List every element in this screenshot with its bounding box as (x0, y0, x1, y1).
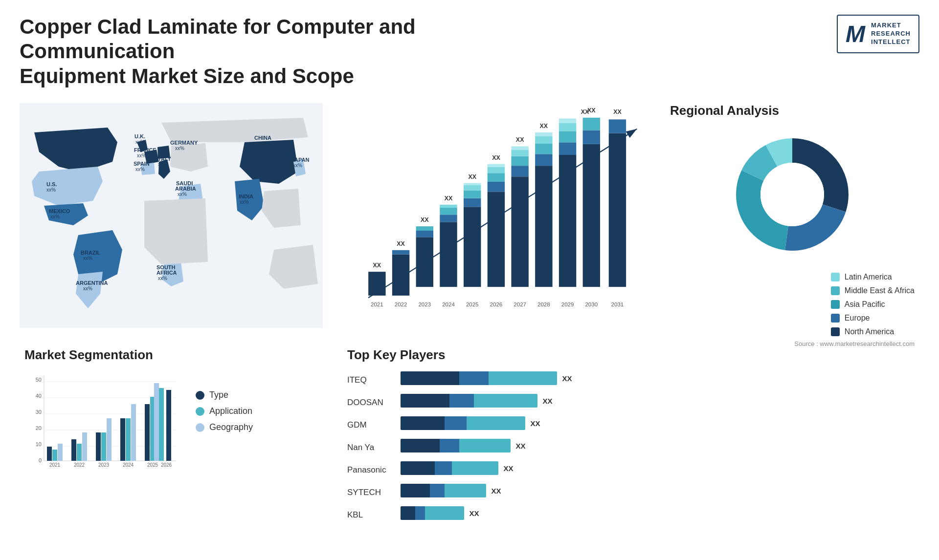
svg-rect-88 (107, 418, 112, 461)
gdm-seg1 (401, 416, 445, 430)
north-america-rect (831, 327, 840, 336)
bar-chart-section: XX 2021 XX 2022 XX (333, 98, 655, 333)
svg-rect-87 (101, 432, 106, 461)
svg-rect-50 (559, 142, 576, 155)
svg-rect-21 (464, 207, 481, 287)
svg-rect-44 (535, 144, 552, 154)
logo-letter: M (846, 21, 865, 47)
bar-chart-container: XX 2021 XX 2022 XX (342, 103, 646, 328)
panasonic-seg1 (401, 461, 435, 475)
svg-rect-62 (609, 120, 626, 133)
svg-rect-86 (96, 432, 101, 461)
svg-rect-31 (488, 167, 505, 173)
germany-val: xx% (175, 146, 184, 151)
gdm-seg3 (467, 416, 525, 430)
saudi-val: xx% (178, 192, 187, 197)
svg-point-107 (760, 163, 824, 226)
seg-chart: 0 10 20 30 40 50 (24, 370, 181, 478)
india-label: INDIA (239, 194, 253, 199)
bar-chart-svg: XX 2021 XX 2022 XX (342, 103, 646, 328)
iteq-seg3 (489, 371, 557, 385)
svg-text:40: 40 (36, 393, 42, 399)
kbl-seg1 (401, 506, 415, 520)
japan-val: xx% (293, 163, 302, 168)
bar-panasonic: XX (401, 460, 641, 476)
svg-text:XX: XX (468, 173, 476, 180)
main-grid: CANADA xx% U.S. xx% MEXICO xx% BRAZIL xx… (20, 98, 919, 528)
svg-rect-15 (440, 222, 457, 287)
svg-rect-52 (559, 123, 576, 131)
india-val: xx% (240, 199, 249, 205)
svg-rect-30 (488, 173, 505, 182)
saudi-label2: ARABIA (175, 186, 196, 192)
mexico-val: xx% (50, 214, 60, 219)
bar-nanya: XX (401, 438, 641, 453)
svg-text:2023: 2023 (98, 462, 110, 468)
donut-container (724, 126, 861, 263)
doosan-seg3 (474, 394, 537, 408)
mexico-label: MEXICO (49, 208, 70, 214)
svg-rect-38 (511, 150, 528, 156)
svg-rect-11 (416, 231, 433, 237)
svg-rect-99 (159, 388, 164, 461)
svg-text:2024: 2024 (123, 462, 134, 468)
bar-sytech: XX (401, 483, 641, 498)
svg-rect-92 (131, 404, 136, 461)
logo-block: M MARKET RESEARCH INTELLECT (837, 15, 919, 53)
players-names: ITEQ DOOSAN GDM Nan Ya Panasonic SYTECH … (347, 370, 386, 523)
spain-val: xx% (135, 167, 145, 172)
svg-text:2027: 2027 (514, 302, 526, 307)
svg-rect-46 (535, 132, 552, 136)
svg-rect-80 (58, 444, 63, 461)
svg-rect-18 (440, 205, 457, 208)
svg-rect-61 (609, 133, 626, 287)
panasonic-seg3 (452, 461, 498, 475)
svg-text:2023: 2023 (418, 302, 431, 307)
player-iteq: ITEQ (347, 372, 386, 388)
svg-text:XX: XX (445, 195, 453, 202)
svg-rect-49 (559, 155, 576, 287)
svg-rect-43 (535, 154, 552, 166)
page-wrapper: Copper Clad Laminate for Computer and Co… (0, 0, 939, 560)
bar-gdm: XX (401, 415, 641, 431)
segmentation-section: Market Segmentation 0 10 20 30 40 50 (20, 343, 323, 528)
svg-text:2022: 2022 (74, 462, 85, 468)
sa-val: xx% (158, 276, 167, 281)
svg-rect-84 (82, 432, 87, 461)
svg-rect-82 (71, 439, 76, 461)
legend-europe: Europe (831, 314, 915, 323)
svg-text:2025: 2025 (147, 462, 158, 468)
panasonic-label: XX (503, 464, 513, 473)
legend-mea: Middle East & Africa (831, 286, 915, 295)
svg-rect-23 (464, 191, 481, 198)
page-title: Copper Clad Laminate for Computer and Co… (20, 15, 460, 88)
header: Copper Clad Laminate for Computer and Co… (20, 15, 919, 88)
europe-rect (831, 314, 840, 323)
panasonic-seg2 (435, 461, 452, 475)
players-bars: XX XX (401, 370, 641, 523)
legend-latin-america: Latin America (831, 273, 915, 281)
svg-rect-98 (166, 390, 171, 461)
svg-rect-53 (559, 119, 576, 123)
gdm-seg2 (445, 416, 467, 430)
doosan-label: XX (542, 397, 552, 405)
svg-rect-83 (77, 444, 82, 461)
svg-rect-24 (464, 185, 481, 191)
svg-rect-90 (120, 418, 125, 461)
svg-text:2028: 2028 (537, 302, 550, 307)
sytech-seg2 (430, 484, 445, 497)
sa-label2: AFRICA (156, 270, 177, 276)
svg-text:XX: XX (540, 123, 548, 129)
svg-text:XX: XX (397, 240, 405, 247)
source-text: Source : www.marketresearchintellect.com (670, 340, 915, 347)
title-block: Copper Clad Laminate for Computer and Co… (20, 15, 460, 88)
legend-application: Application (196, 406, 253, 416)
svg-rect-94 (145, 404, 150, 461)
svg-text:2024: 2024 (442, 302, 455, 307)
geography-dot (196, 423, 204, 432)
svg-text:XX: XX (492, 154, 500, 161)
spain-label: SPAIN (134, 161, 150, 167)
legend-geography: Geography (196, 422, 253, 432)
kbl-seg2 (415, 506, 425, 520)
seg-svg-container: 0 10 20 30 40 50 (24, 370, 181, 480)
